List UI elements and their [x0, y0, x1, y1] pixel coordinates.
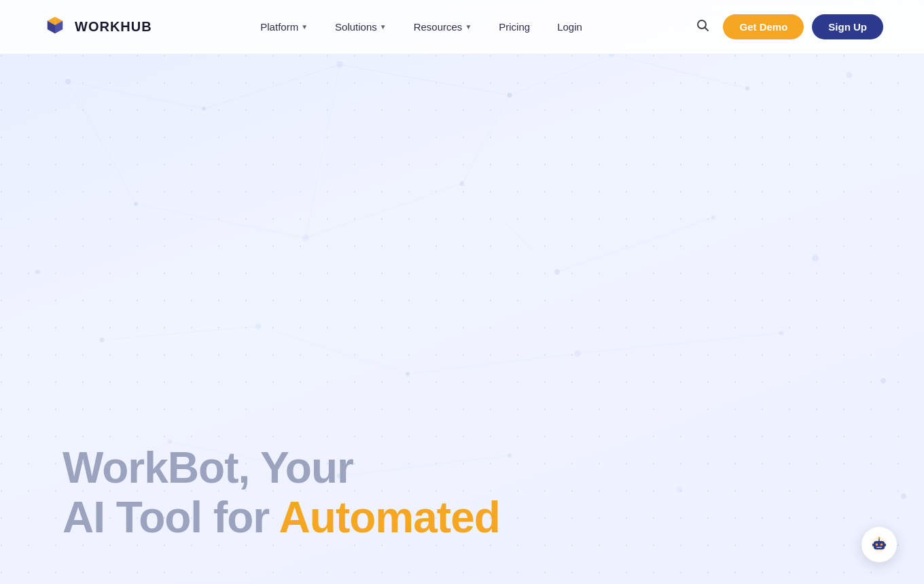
- svg-point-14: [812, 255, 819, 262]
- svg-rect-54: [874, 541, 885, 549]
- svg-point-55: [876, 543, 878, 546]
- svg-point-25: [35, 270, 40, 275]
- svg-point-26: [901, 494, 906, 499]
- logo-text: WORKHUB: [75, 19, 152, 35]
- chevron-down-icon: ▼: [380, 23, 387, 31]
- hero-line-2-accent: Automated: [279, 493, 500, 542]
- sign-up-button[interactable]: Sign Up: [812, 14, 883, 39]
- chevron-down-icon: ▼: [301, 23, 308, 31]
- svg-rect-60: [872, 544, 874, 547]
- chat-widget[interactable]: [861, 527, 897, 562]
- logo-icon: [41, 13, 69, 41]
- nav-links: Platform ▼ Solutions ▼ Resources ▼ Prici…: [249, 16, 593, 38]
- nav-resources[interactable]: Resources ▼: [403, 16, 483, 38]
- nav-login[interactable]: Login: [546, 16, 593, 38]
- chat-bot-icon: [870, 535, 889, 554]
- nav-solutions[interactable]: Solutions ▼: [324, 16, 397, 38]
- nav-pricing[interactable]: Pricing: [488, 16, 541, 38]
- svg-point-24: [676, 486, 683, 493]
- svg-line-52: [705, 28, 709, 31]
- svg-rect-59: [876, 547, 882, 549]
- hero-line-1: WorkBot, Your: [63, 443, 500, 494]
- nav-platform[interactable]: Platform ▼: [249, 16, 319, 38]
- hero-line-2: AI Tool for Automated: [63, 493, 500, 543]
- svg-point-20: [881, 378, 886, 383]
- hero-section: WorkBot, Your AI Tool for Automated: [63, 443, 500, 543]
- navbar: WORKHUB Platform ▼ Solutions ▼ Resources…: [0, 0, 924, 54]
- hero-line-2-plain: AI Tool for: [63, 493, 279, 542]
- svg-rect-61: [885, 544, 886, 547]
- svg-point-58: [878, 537, 881, 539]
- nav-cta-group: Get Demo Sign Up: [690, 13, 883, 41]
- chevron-down-icon: ▼: [465, 23, 472, 31]
- svg-point-8: [847, 72, 853, 78]
- svg-point-56: [881, 543, 883, 546]
- logo-container[interactable]: WORKHUB: [41, 13, 152, 41]
- search-icon: [696, 18, 709, 32]
- get-demo-button[interactable]: Get Demo: [723, 14, 804, 39]
- search-button[interactable]: [690, 13, 715, 41]
